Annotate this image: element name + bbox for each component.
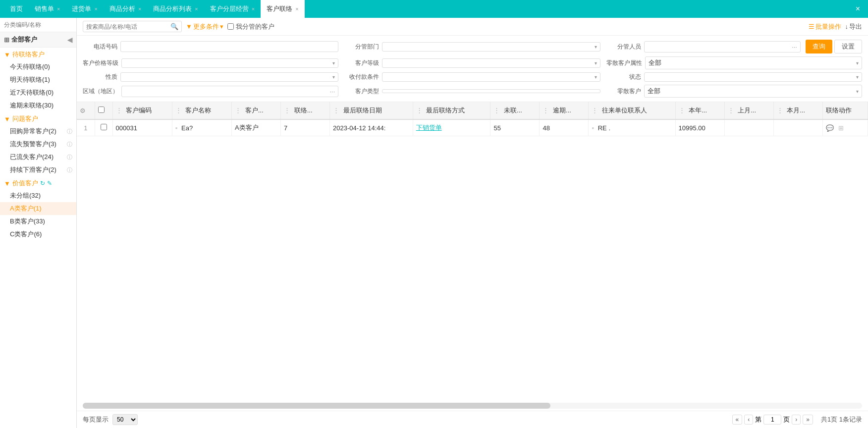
sidebar-item-tomorrow[interactable]: 明天待联络(1) bbox=[0, 73, 76, 86]
data-table: ⚙ ⋮ 客户编码 ⋮ 客户名称 bbox=[77, 102, 868, 136]
all-customers-header[interactable]: ⊞ 全部客户 ◀ bbox=[0, 32, 76, 48]
this-year-cell: 10995.00 bbox=[675, 119, 724, 136]
filter-person: 分管人员 ··· 查询 设置 bbox=[606, 40, 862, 54]
global-close-button[interactable]: × bbox=[852, 4, 864, 13]
sidebar-item-c-class[interactable]: C类客户(6) bbox=[0, 228, 76, 241]
qr-icon[interactable]: ⊞ bbox=[838, 124, 844, 132]
toolbar-search-input[interactable] bbox=[86, 23, 170, 30]
sidebar-item-churned[interactable]: 已流失客户(24) ⓘ bbox=[0, 151, 76, 163]
col-actions: 联络动作 bbox=[822, 102, 868, 119]
export-btn[interactable]: ↓ 导出 bbox=[845, 22, 863, 31]
filter-retail-attr: 零散客户属性 全部 ▾ bbox=[606, 56, 862, 69]
contact-method-link[interactable]: 下销货单 bbox=[416, 124, 442, 131]
chat-icon[interactable]: 💬 bbox=[826, 124, 834, 132]
customer-type-select[interactable] bbox=[382, 89, 600, 93]
filter-payment: 收付款条件 ▾ bbox=[344, 72, 600, 82]
sidebar-search-row: 🔍 bbox=[0, 18, 76, 32]
top-navigation: 首页 销售单 × 进货单 × 商品分析 × 商品分析列表 × 客户分层经营 × … bbox=[0, 0, 868, 18]
close-sales-order[interactable]: × bbox=[57, 6, 60, 12]
close-customer-contact[interactable]: × bbox=[295, 6, 298, 12]
phone-input[interactable] bbox=[120, 41, 338, 52]
group-pending-contact[interactable]: ▼ 待联络客户 bbox=[0, 48, 76, 60]
data-table-wrapper: ⚙ ⋮ 客户编码 ⋮ 客户名称 bbox=[77, 102, 868, 401]
prev-page-btn[interactable]: ‹ bbox=[744, 415, 753, 425]
chevron-down-icon-9: ▾ bbox=[856, 89, 859, 94]
not-contacted-cell: 55 bbox=[490, 119, 540, 136]
group-value-customers[interactable]: ▼ 价值客户 ↻ ✎ bbox=[0, 176, 76, 189]
last-page-btn[interactable]: » bbox=[803, 415, 813, 425]
sidebar-item-churn-warning[interactable]: 流失预警客户(3) ⓘ bbox=[0, 138, 76, 151]
scrollbar-thumb[interactable] bbox=[83, 403, 550, 409]
edit-group-icon[interactable]: ✎ bbox=[47, 180, 52, 187]
filter-price-level: 客户价格等级 ▾ bbox=[83, 56, 338, 69]
group-problem-customers[interactable]: ▼ 问题客户 bbox=[0, 112, 76, 125]
retail-select[interactable]: 全部 ▾ bbox=[644, 85, 862, 98]
page-number-input[interactable] bbox=[763, 415, 781, 425]
col-customer-code: ⋮ 客户编码 bbox=[112, 102, 172, 119]
arrow-icon: ▼ bbox=[4, 51, 10, 58]
filter-retail: 零散客户 全部 ▾ bbox=[606, 85, 862, 98]
nav-sales-order[interactable]: 销售单 × bbox=[29, 0, 66, 18]
filter-more-btn[interactable]: ▼ 更多条件 ▾ bbox=[186, 22, 223, 31]
filter-phone: 电话号码 bbox=[83, 40, 338, 54]
contact-avatar: ▪ bbox=[592, 124, 594, 132]
nav-product-analysis-list[interactable]: 商品分析列表 × bbox=[147, 0, 204, 18]
last-month-cell bbox=[724, 119, 773, 136]
close-product-analysis[interactable]: × bbox=[138, 6, 141, 12]
query-button[interactable]: 查询 bbox=[806, 40, 832, 54]
nav-purchase-order[interactable]: 进货单 × bbox=[66, 0, 103, 18]
batch-icon: ☰ bbox=[809, 23, 814, 30]
per-page-select[interactable]: 50 100 200 bbox=[112, 414, 138, 425]
close-product-analysis-list[interactable]: × bbox=[195, 6, 198, 12]
sidebar-item-a-class[interactable]: A类客户(1) bbox=[0, 202, 76, 215]
my-customer-checkbox[interactable]: 我分管的客户 bbox=[227, 22, 274, 31]
close-purchase-order[interactable]: × bbox=[94, 6, 97, 12]
refresh-icon[interactable]: ↻ bbox=[40, 180, 45, 187]
next-page-btn[interactable]: › bbox=[792, 415, 801, 425]
col-contacts: ⋮ 往来单位联系人 bbox=[589, 102, 675, 119]
person-select[interactable]: ··· bbox=[644, 41, 801, 53]
col-last-contact-date: ⋮ 最后联络日期 bbox=[330, 102, 413, 119]
select-all-checkbox[interactable] bbox=[98, 107, 105, 113]
dept-select[interactable]: ▾ bbox=[382, 42, 600, 52]
payment-select[interactable]: ▾ bbox=[382, 72, 600, 82]
row-checkbox[interactable] bbox=[101, 124, 107, 130]
first-page-btn[interactable]: « bbox=[732, 415, 743, 425]
col-contact-count: ⋮ 联络... bbox=[281, 102, 330, 119]
sidebar-item-declining[interactable]: 持续下滑客户(2) ⓘ bbox=[0, 163, 76, 176]
sidebar-item-ungrouped[interactable]: 未分组(32) bbox=[0, 189, 76, 202]
toolbar-right: ☰ 批量操作 ↓ 导出 bbox=[809, 22, 863, 31]
avatar-placeholder: ▪ bbox=[175, 124, 178, 132]
batch-operation-btn[interactable]: ☰ 批量操作 bbox=[809, 22, 841, 31]
my-customer-check[interactable] bbox=[227, 23, 234, 30]
customer-code-cell: 000031 bbox=[112, 119, 172, 136]
sidebar-item-b-class[interactable]: B类客户(33) bbox=[0, 215, 76, 228]
row-number: 1 bbox=[77, 119, 95, 136]
region-select[interactable]: ··· bbox=[121, 86, 338, 97]
toolbar-search-box[interactable]: 🔍 bbox=[83, 21, 182, 32]
sidebar-item-overdue[interactable]: 逾期未联络(30) bbox=[0, 99, 76, 112]
price-level-select[interactable]: ▾ bbox=[121, 58, 338, 68]
filter-icon: ▼ bbox=[186, 23, 192, 30]
sidebar-item-7days[interactable]: 近7天待联络(0) bbox=[0, 86, 76, 99]
sidebar: 🔍 ⊞ 全部客户 ◀ ▼ 待联络客户 今天待联络(0) 明天待联络(1) 近7天… bbox=[0, 18, 77, 428]
overdue-cell: 48 bbox=[540, 119, 589, 136]
chevron-down-icon-7: ▾ bbox=[856, 74, 859, 80]
toolbar-row: 🔍 ▼ 更多条件 ▾ 我分管的客户 ☰ 批量操作 ↓ 导出 bbox=[77, 18, 868, 36]
customer-level-select[interactable]: ▾ bbox=[382, 58, 600, 68]
settings-icon[interactable]: ⚙ bbox=[80, 107, 86, 114]
nature-select[interactable]: ▾ bbox=[120, 72, 338, 82]
nav-home[interactable]: 首页 bbox=[4, 0, 29, 18]
sidebar-item-abnormal-repurchase[interactable]: 回购异常客户(2) ⓘ bbox=[0, 125, 76, 138]
sidebar-item-today[interactable]: 今天待联络(0) bbox=[0, 60, 76, 73]
horizontal-scrollbar[interactable] bbox=[77, 401, 868, 411]
scrollbar-track[interactable] bbox=[83, 403, 862, 409]
nav-product-analysis[interactable]: 商品分析 × bbox=[104, 0, 147, 18]
retail-attr-select[interactable]: 全部 ▾ bbox=[645, 56, 862, 69]
status-select[interactable]: ▾ bbox=[644, 72, 862, 82]
nav-customer-segment[interactable]: 客户分层经营 × bbox=[204, 0, 261, 18]
nav-customer-contact[interactable]: 客户联络 × bbox=[261, 0, 304, 18]
setting-button[interactable]: 设置 bbox=[834, 40, 862, 54]
sidebar-search-input[interactable] bbox=[4, 21, 77, 28]
close-customer-segment[interactable]: × bbox=[252, 6, 255, 12]
